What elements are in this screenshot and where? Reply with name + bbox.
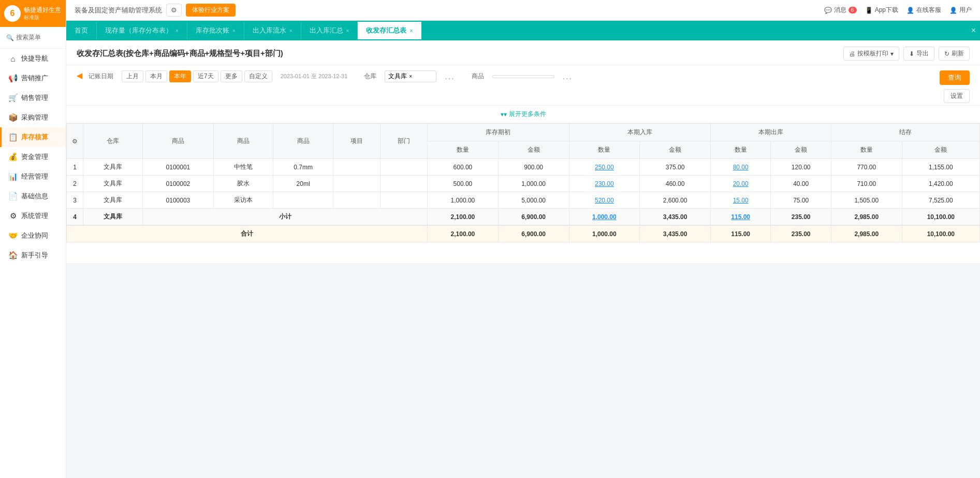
out-qty-link[interactable]: 20.00 bbox=[733, 180, 749, 187]
settings-button[interactable]: ⚙ bbox=[166, 4, 182, 17]
row-dept bbox=[381, 192, 428, 209]
print-button[interactable]: 🖨 按模板打印 ▾ bbox=[843, 47, 899, 61]
export-button[interactable]: ⬇ 导出 bbox=[903, 47, 934, 61]
sidebar-item-system[interactable]: ⚙ 系统管理 bbox=[0, 206, 66, 226]
th-end-stock: 结存 bbox=[831, 124, 979, 141]
footer-in-amt: 3,435.00 bbox=[640, 225, 711, 242]
tab-close-icon[interactable]: × bbox=[409, 28, 413, 34]
tab-collect-summary[interactable]: 收发存汇总表 × bbox=[358, 22, 421, 39]
row-in-qty[interactable]: 250.00 bbox=[569, 159, 640, 176]
sidebar-item-basic[interactable]: 📄 基础信息 bbox=[0, 186, 66, 206]
user-label: 用户 bbox=[959, 6, 972, 15]
filter-area: ◀ 记账日期 上月 本月 本年 近7天 更多 自定义 2023-01- bbox=[66, 65, 980, 106]
sidebar-item-enterprise[interactable]: 🤝 企业协同 bbox=[0, 226, 66, 245]
sidebar-item-guide[interactable]: 🏠 新手引导 bbox=[0, 245, 66, 265]
goods-filter-input[interactable] bbox=[492, 75, 554, 78]
row-no: 2 bbox=[67, 176, 83, 192]
expand-conditions-button[interactable]: ▾▾ 展开更多条件 bbox=[501, 108, 546, 121]
sidebar-item-label: 企业协同 bbox=[21, 231, 48, 240]
toggle-filter-button[interactable]: ◀ bbox=[77, 71, 82, 80]
tab-batch-ledger[interactable]: 库存批次账 × bbox=[187, 22, 244, 39]
tab-label: 出入库汇总 bbox=[310, 26, 343, 35]
date-btn-last-month[interactable]: 上月 bbox=[122, 70, 143, 82]
subtotal-out-qty[interactable]: 115.00 bbox=[710, 209, 771, 226]
sidebar-search[interactable]: 🔍 搜索菜单 bbox=[0, 27, 66, 49]
operations-icon: 📊 bbox=[8, 172, 18, 181]
sales-icon: 🛒 bbox=[8, 93, 18, 103]
date-btn-more[interactable]: 更多 bbox=[221, 70, 242, 82]
footer-out-qty: 115.00 bbox=[710, 225, 771, 242]
tab-close-icon[interactable]: × bbox=[289, 28, 292, 34]
refresh-icon: ↻ bbox=[944, 50, 949, 57]
trial-button[interactable]: 体验行业方案 bbox=[186, 4, 236, 17]
row-spec: 20ml bbox=[273, 176, 333, 192]
date-btn-this-year[interactable]: 本年 bbox=[169, 70, 191, 82]
basic-icon: 📄 bbox=[8, 192, 18, 201]
date-btn-7days[interactable]: 近7天 bbox=[193, 70, 218, 82]
tab-close-icon[interactable]: × bbox=[346, 28, 349, 34]
tab-close-icon[interactable]: × bbox=[232, 28, 236, 34]
th-end-qty: 数量 bbox=[831, 141, 902, 159]
sidebar-item-inventory[interactable]: 📋 库存核算 bbox=[0, 127, 66, 147]
settings-filter-button[interactable]: 设置 bbox=[944, 89, 970, 103]
footer-in-qty: 1,000.00 bbox=[569, 225, 640, 242]
page-panel: 收发存汇总表(按仓库+商品编码+商品+规格型号+项目+部门) 🖨 按模板打印 ▾… bbox=[66, 40, 980, 263]
subtotal-begin-amt: 6,900.00 bbox=[498, 209, 569, 226]
sidebar-item-marketing[interactable]: 📢 营销推广 bbox=[0, 68, 66, 88]
sidebar-item-operations[interactable]: 📊 经营管理 bbox=[0, 167, 66, 186]
tab-label: 收发存汇总表 bbox=[366, 26, 406, 35]
tab-close-icon[interactable]: × bbox=[175, 28, 179, 34]
subtotal-in-qty[interactable]: 1,000.00 bbox=[569, 209, 640, 226]
user-action[interactable]: 👤 用户 bbox=[949, 6, 972, 15]
th-begin-stock: 库存期初 bbox=[428, 124, 569, 141]
row-code: 0100001 bbox=[143, 159, 214, 176]
row-project bbox=[333, 159, 381, 176]
in-qty-link[interactable]: 230.00 bbox=[595, 180, 614, 187]
tab-inout-summary[interactable]: 出入库汇总 × bbox=[301, 22, 358, 39]
out-qty-link[interactable]: 15.00 bbox=[733, 197, 749, 204]
sidebar-item-finance[interactable]: 💰 资金管理 bbox=[0, 147, 66, 167]
th-end-amt: 金额 bbox=[902, 141, 979, 159]
warehouse-tag-close-icon[interactable]: × bbox=[409, 74, 412, 79]
row-in-amt: 375.00 bbox=[640, 159, 711, 176]
subtotal-in-qty-link[interactable]: 1,000.00 bbox=[592, 213, 617, 221]
tab-stock-dist[interactable]: 现存量（库存分布表） × bbox=[97, 22, 187, 39]
sidebar-item-sales[interactable]: 🛒 销售管理 bbox=[0, 88, 66, 108]
sidebar-item-label: 基础信息 bbox=[21, 192, 48, 201]
row-out-qty[interactable]: 80.00 bbox=[710, 159, 771, 176]
row-out-qty[interactable]: 15.00 bbox=[710, 192, 771, 209]
row-in-qty[interactable]: 230.00 bbox=[569, 176, 640, 192]
goods-more-icon[interactable]: ... bbox=[563, 72, 573, 81]
row-out-amt: 40.00 bbox=[771, 176, 831, 192]
th-settings[interactable]: ⚙ bbox=[67, 124, 83, 159]
warehouse-filter-input[interactable]: 文具库 × bbox=[385, 70, 436, 82]
search-icon: 🔍 bbox=[6, 34, 14, 41]
subtotal-begin-qty: 2,100.00 bbox=[428, 209, 499, 226]
date-btn-this-month[interactable]: 本月 bbox=[145, 70, 167, 82]
online-service-action[interactable]: 👤 在线客服 bbox=[906, 6, 941, 15]
tab-home[interactable]: 首页 bbox=[66, 22, 97, 39]
date-btn-custom[interactable]: 自定义 bbox=[244, 70, 272, 82]
in-qty-link[interactable]: 250.00 bbox=[595, 164, 614, 171]
tab-inout-flow[interactable]: 出入库流水 × bbox=[244, 22, 301, 39]
row-in-qty[interactable]: 520.00 bbox=[569, 192, 640, 209]
row-out-qty[interactable]: 20.00 bbox=[710, 176, 771, 192]
main-content: 装备及固定资产辅助管理系统 ⚙ 体验行业方案 💬 消息 6 📱 App下载 👤 … bbox=[66, 0, 980, 478]
messages-action[interactable]: 💬 消息 6 bbox=[824, 6, 857, 15]
warehouse-more-icon[interactable]: ... bbox=[445, 72, 455, 81]
app-download-action[interactable]: 📱 App下载 bbox=[865, 6, 898, 15]
subtotal-out-qty-link[interactable]: 115.00 bbox=[731, 213, 750, 221]
expand-icon: ▾▾ bbox=[501, 111, 507, 118]
search-menu-button[interactable]: 🔍 搜索菜单 bbox=[4, 31, 62, 44]
sidebar-item-quick-nav[interactable]: ⌂ 快捷导航 bbox=[0, 49, 66, 68]
query-button[interactable]: 查询 bbox=[940, 70, 970, 85]
sidebar-item-purchase[interactable]: 📦 采购管理 bbox=[0, 108, 66, 127]
row-no: 1 bbox=[67, 159, 83, 176]
refresh-button[interactable]: ↻ 刷新 bbox=[939, 47, 970, 61]
date-buttons: 上月 本月 本年 近7天 更多 自定义 bbox=[122, 70, 272, 82]
table-row: 1 文具库 0100001 中性笔 0.7mm 600.00 900.00 25… bbox=[67, 159, 980, 176]
out-qty-link[interactable]: 80.00 bbox=[733, 164, 749, 171]
tab-end-close-icon[interactable]: × bbox=[971, 26, 976, 35]
subtotal-warehouse: 文具库 bbox=[83, 209, 143, 226]
in-qty-link[interactable]: 520.00 bbox=[595, 197, 614, 204]
